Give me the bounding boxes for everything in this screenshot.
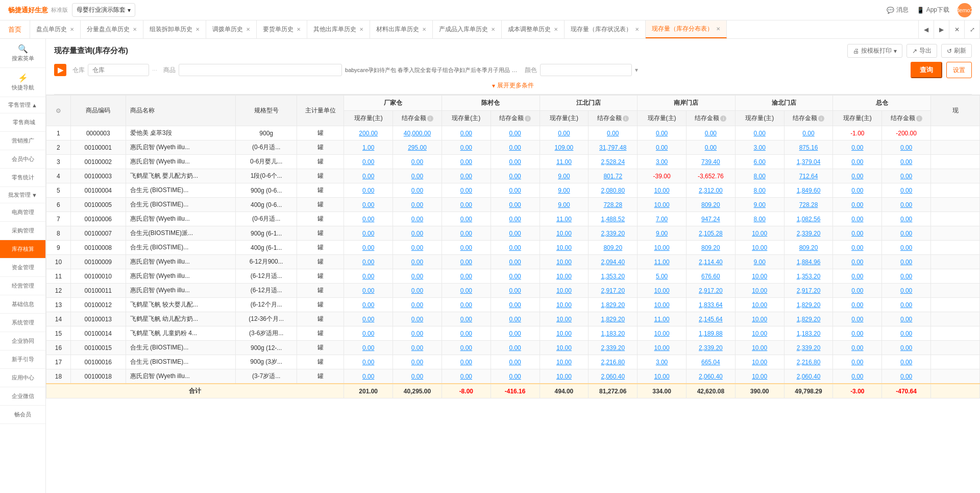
tab-close-pandian[interactable]: ✕ <box>70 27 74 32</box>
cell-num: 0.00 <box>882 284 931 298</box>
cell-num: 10.00 <box>638 241 687 255</box>
cell-num: 875.16 <box>784 140 833 155</box>
sidebar-item-finance[interactable]: 资金管理 <box>0 259 45 277</box>
cell-num: 0.00 <box>833 284 882 298</box>
page-title: 现存量查询(库存分布) <box>54 46 128 56</box>
cell-current <box>931 312 980 326</box>
cell-num: 0.00 <box>344 369 393 384</box>
tab-xiancun-dist[interactable]: 现存量（库存分布表）✕ <box>646 20 727 38</box>
cell-num: 0.00 <box>344 169 393 183</box>
sidebar-item-search[interactable]: 🔍 搜索英单 <box>0 39 45 68</box>
industry-dropdown[interactable]: 母婴行业演示陈套 ▾ <box>72 3 135 17</box>
industry-label: 母婴行业演示陈套 <box>77 6 126 14</box>
summary-cell: -3.00 <box>833 384 882 398</box>
tab-close-fenpandian[interactable]: ✕ <box>133 27 137 32</box>
tab-close-xiancun-dist[interactable]: ✕ <box>716 26 720 32</box>
tab-next-btn[interactable]: ▶ <box>934 20 949 38</box>
sidebar-item-marketing[interactable]: 营销推广 <box>0 132 45 150</box>
tab-diaobo[interactable]: 调拨单历史✕ <box>206 20 257 38</box>
warehouse-input[interactable] <box>88 64 149 76</box>
info-icon6[interactable]: i <box>916 115 922 122</box>
th-jiangbei-amt: 结存金额i <box>589 111 638 126</box>
color-input[interactable] <box>540 64 632 76</box>
tab-close-cailiaochu[interactable]: ✕ <box>422 27 426 32</box>
filter-area: ▶ 仓库 ··· 商品 babycare孕妇待产包 春季入院全套母子组合孕妇产后… <box>54 62 972 95</box>
cell-num: 2,917.20 <box>686 284 735 298</box>
tab-close-all-btn[interactable]: ✕ <box>949 20 965 38</box>
tab-pandian[interactable]: 盘点单历史✕ <box>30 20 81 38</box>
cell-num: 0.00 <box>882 326 931 341</box>
tab-chengtiao[interactable]: 成本调整单历史✕ <box>502 20 565 38</box>
tab-prev-btn[interactable]: ◀ <box>919 20 934 38</box>
tab-expand-btn[interactable]: ⤢ <box>965 20 980 38</box>
refresh-btn[interactable]: ↺ 刷新 <box>941 44 972 58</box>
cell-num: 0.00 <box>491 126 540 140</box>
export-btn[interactable]: ↗ 导出 <box>906 44 937 58</box>
cell-num: 0.00 <box>393 255 442 269</box>
warehouse-more[interactable]: ··· <box>152 66 157 74</box>
tab-cailiaochu[interactable]: 材料出库单历史✕ <box>370 20 433 38</box>
goods-input[interactable] <box>179 64 342 76</box>
info-icon1[interactable]: i <box>427 115 433 122</box>
tab-close-qitachu[interactable]: ✕ <box>359 27 363 32</box>
sidebar-item-retail-mall[interactable]: 零售商城 <box>0 113 45 132</box>
setting-btn[interactable]: 设置 <box>946 62 972 78</box>
sidebar-item-system[interactable]: 系统管理 <box>0 314 45 332</box>
cell-num: 0.00 <box>344 284 393 298</box>
info-icon3[interactable]: i <box>623 115 629 122</box>
cell-num: 9.00 <box>735 255 784 269</box>
sidebar-item-wechat[interactable]: 企业微信 <box>0 387 45 406</box>
sidebar-item-nav[interactable]: ⚡ 快捷导航 <box>0 68 45 97</box>
cell-num: 9.00 <box>540 169 589 183</box>
info-icon5[interactable]: i <box>818 115 824 122</box>
avatar[interactable]: demo2 <box>958 3 972 17</box>
summary-row: 合计201.0040,295.00-8.00-416.16494.0081,27… <box>46 384 980 398</box>
info-icon2[interactable]: i <box>525 115 531 122</box>
filter-toggle-btn[interactable]: ▶ <box>54 64 66 76</box>
sidebar-item-operations[interactable]: 经营管理 <box>0 277 45 295</box>
query-btn[interactable]: 查询 <box>911 62 942 78</box>
th-nanan-amt: 结存金额i <box>686 111 735 126</box>
cell-text: 0000003 <box>70 126 126 140</box>
message-btn[interactable]: 💬 消息 <box>887 6 909 14</box>
tab-close-xiancun-status[interactable]: ✕ <box>635 27 639 32</box>
tab-yaohuo[interactable]: 要货单历史✕ <box>257 20 307 38</box>
cell-num: 0.00 <box>882 355 931 369</box>
info-icon4[interactable]: i <box>720 115 726 122</box>
sidebar-item-member[interactable]: 会员中心 <box>0 150 45 169</box>
cell-text: 00100008 <box>70 241 126 255</box>
app-download-btn[interactable]: 📱 App下载 <box>917 6 949 14</box>
sidebar-item-vip[interactable]: 畅会员 <box>0 406 45 424</box>
sidebar-item-wholesale-mgmt[interactable]: 批发管理 ▼ <box>0 187 45 203</box>
sidebar-item-retail-stats[interactable]: 零售统计 <box>0 169 45 187</box>
sidebar-item-collab[interactable]: 企业协同 <box>0 332 45 350</box>
cell-num: 0.00 <box>442 341 491 355</box>
cell-num: 0.00 <box>344 312 393 326</box>
sidebar-item-retail-mgmt[interactable]: 零售管理 ▲ <box>0 97 45 113</box>
cell-num: 10.00 <box>735 355 784 369</box>
print-btn[interactable]: 🖨 按模板打印 ▾ <box>847 44 902 58</box>
tab-home[interactable]: 首页 <box>0 20 30 38</box>
sidebar-item-purchase[interactable]: 采购管理 <box>0 222 45 240</box>
cell-num: 0.00 <box>393 284 442 298</box>
sidebar-item-ecommerce[interactable]: 电商管理 <box>0 203 45 222</box>
gear-icon[interactable]: ⚙ <box>56 107 61 114</box>
sidebar-item-guide[interactable]: 新手引导 <box>0 350 45 369</box>
tab-close-yaohuo[interactable]: ✕ <box>297 27 301 32</box>
tab-qitachu[interactable]: 其他出库单历史✕ <box>307 20 370 38</box>
th-gear[interactable]: ⚙ <box>46 96 71 126</box>
tab-chengpinru[interactable]: 产成品入库单历史✕ <box>433 20 502 38</box>
tab-close-diaobo[interactable]: ✕ <box>246 27 250 32</box>
sidebar-item-inventory[interactable]: 库存核算 <box>0 240 45 259</box>
tab-close-zuzhuan[interactable]: ✕ <box>195 27 200 32</box>
cell-text: 飞鹤星飞帆 幼儿配方奶... <box>126 312 236 326</box>
expand-conditions-btn[interactable]: ▾ 展开更多条件 <box>54 81 972 90</box>
tab-zuzhuan[interactable]: 组装拆卸单历史✕ <box>143 20 206 38</box>
tab-close-chengpinru[interactable]: ✕ <box>491 27 495 32</box>
sidebar-item-appcenter[interactable]: 应用中心 <box>0 369 45 387</box>
tab-xiancun-status[interactable]: 现存量（库存状况表）✕ <box>565 20 646 38</box>
sidebar-item-basic-info[interactable]: 基础信息 <box>0 295 45 314</box>
tab-fenpandian[interactable]: 分量盘点单历史✕ <box>81 20 143 38</box>
cell-num: 0.00 <box>442 155 491 169</box>
tab-close-chengtiao[interactable]: ✕ <box>554 27 558 32</box>
